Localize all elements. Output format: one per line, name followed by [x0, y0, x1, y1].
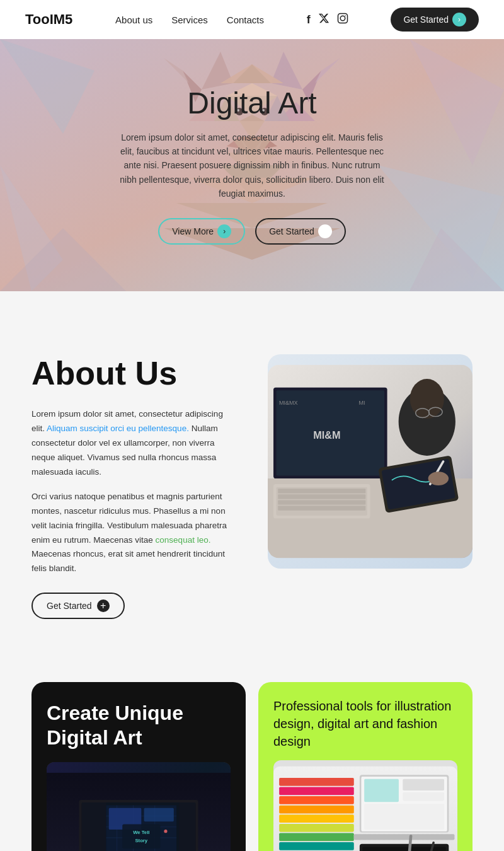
green-card-title: Professional tools for illustration desi… [273, 697, 457, 750]
svg-point-82 [164, 830, 167, 833]
nav-link-services[interactable]: Services [171, 14, 208, 25]
about-text: About Us Lorem ipsum dolor sit amet, con… [32, 354, 236, 619]
svg-point-58 [428, 472, 449, 485]
hero-title: Digital Art [120, 86, 384, 120]
svg-rect-51 [278, 500, 365, 504]
svg-point-54 [410, 379, 444, 419]
svg-text:Story: Story [135, 838, 147, 843]
cards-section: Create Unique Digital Art [0, 682, 504, 851]
hero-buttons: View More › Get Started › [120, 218, 384, 245]
green-card-image [273, 760, 457, 851]
about-title: About Us [32, 354, 236, 392]
svg-rect-105 [364, 779, 399, 802]
svg-rect-106 [403, 779, 444, 790]
nav-cta-arrow-icon: › [452, 13, 466, 26]
color-tools-svg [273, 760, 457, 851]
laptop-svg: We Tell Story [47, 762, 231, 851]
svg-rect-79 [122, 825, 160, 849]
svg-rect-91 [279, 787, 354, 796]
nav-logo: TooIM5 [25, 11, 72, 28]
laptop-screen: We Tell Story [47, 762, 231, 851]
facebook-icon[interactable]: f [307, 13, 311, 26]
twitter-icon[interactable] [318, 13, 329, 27]
dark-card-image: We Tell Story [47, 762, 231, 851]
svg-point-2 [345, 15, 346, 16]
svg-rect-90 [279, 778, 354, 786]
nav-social: f [307, 13, 348, 27]
nav-links: About us Services Contacts [115, 14, 264, 25]
svg-rect-95 [279, 824, 354, 832]
svg-text:MI&MX: MI&MX [279, 400, 298, 406]
section-gap-1 [0, 291, 504, 316]
svg-rect-67 [82, 802, 106, 851]
hero-section: Digital Art Lorem ipsum dolor sit amet, … [0, 39, 504, 291]
svg-rect-109 [354, 835, 455, 840]
section-gap-2 [0, 657, 504, 682]
about-section: About Us Lorem ipsum dolor sit amet, con… [0, 316, 504, 657]
svg-rect-108 [364, 804, 444, 830]
about-photo-svg: MI&MX MI MI&M [268, 354, 472, 569]
svg-rect-96 [279, 833, 354, 842]
about-image: MI&MX MI MI&M [268, 354, 472, 569]
svg-rect-0 [338, 13, 347, 23]
hero-content: Digital Art Lorem ipsum dolor sit amet, … [107, 86, 397, 245]
view-more-button[interactable]: View More › [158, 218, 245, 245]
svg-rect-78 [144, 808, 174, 821]
hero-get-started-label: Get Started [269, 226, 314, 236]
about-cta-label: Get Started [47, 601, 92, 611]
nav-link-about[interactable]: About us [115, 14, 152, 25]
nav-get-started-button[interactable]: Get Started › [391, 8, 479, 32]
view-more-label: View More [172, 226, 214, 236]
about-para-1: Lorem ipsum dolor sit amet, consectetur … [32, 407, 236, 480]
nav-link-contacts[interactable]: Contacts [227, 14, 264, 25]
svg-rect-97 [279, 842, 354, 850]
dark-card-title: Create Unique Digital Art [47, 701, 231, 750]
svg-rect-49 [278, 489, 365, 493]
about-get-started-button[interactable]: Get Started + [32, 593, 125, 619]
svg-rect-92 [279, 796, 354, 804]
svg-rect-52 [278, 506, 365, 510]
svg-rect-94 [279, 815, 354, 823]
about-para-2: Orci varius natoque penatibus et magnis … [32, 490, 236, 577]
hero-description: Lorem ipsum dolor sit amet, consectetur … [120, 130, 384, 201]
navbar: TooIM5 About us Services Contacts f Get … [0, 0, 504, 39]
green-card: Professional tools for illustration desi… [258, 682, 472, 851]
svg-rect-93 [279, 806, 354, 814]
nav-cta-label: Get Started [403, 14, 449, 25]
svg-text:MI&M: MI&M [313, 429, 340, 441]
about-photo: MI&MX MI MI&M [268, 354, 472, 569]
hero-get-started-button[interactable]: Get Started › [255, 218, 346, 245]
svg-point-1 [340, 16, 345, 21]
hero-get-started-arrow-icon: › [318, 224, 332, 238]
svg-text:MI: MI [358, 400, 365, 406]
plus-icon: + [97, 599, 110, 612]
svg-rect-68 [179, 802, 195, 851]
view-more-arrow-icon: › [217, 224, 231, 238]
instagram-icon[interactable] [337, 13, 348, 27]
svg-rect-107 [403, 792, 444, 801]
svg-text:We Tell: We Tell [133, 830, 149, 835]
svg-rect-50 [278, 494, 365, 499]
dark-card: Create Unique Digital Art [32, 682, 246, 851]
